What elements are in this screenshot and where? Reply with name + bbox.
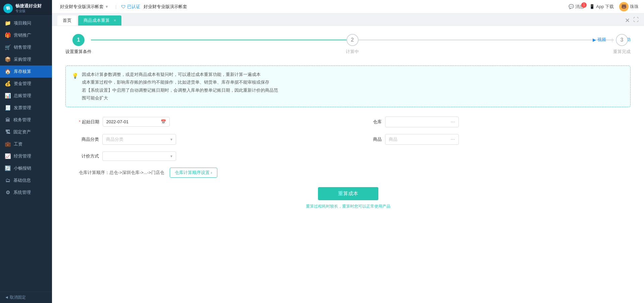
- category-select[interactable]: 商品分类 ▾: [102, 134, 176, 145]
- warehouse-input[interactable]: ···: [385, 117, 459, 127]
- warehouse-order-settings-button[interactable]: 仓库计算顺序设置 ›: [170, 168, 217, 178]
- category-field: 商品分类 商品分类 ▾: [79, 134, 335, 145]
- tab-close-icon[interactable]: ×: [114, 18, 116, 23]
- purchase-icon: 📦: [5, 56, 11, 62]
- app-download-button[interactable]: 📱 App 下载: [589, 4, 614, 10]
- sidebar-header: 畅 畅捷通好业财 专业版: [0, 0, 52, 16]
- pricing-label: 计价方式: [79, 153, 99, 159]
- sidebar-item-label-accounting: 总账管理: [14, 93, 31, 99]
- step-3: 3 重算完成: [613, 34, 631, 55]
- salary-icon: 💼: [5, 141, 11, 147]
- form-row-3: 计价方式 ▾: [79, 152, 617, 161]
- sidebar-item-label-sales: 销售管理: [14, 44, 31, 50]
- app-download-label: App 下载: [596, 4, 614, 10]
- goods-input[interactable]: 商品 ···: [385, 134, 459, 145]
- tab-recalc[interactable]: 商品成本重算 ×: [78, 15, 121, 26]
- sidebar-item-assets[interactable]: 🏗固定资产: [0, 126, 52, 138]
- sidebar-item-label-assets: 固定资产: [13, 129, 31, 135]
- sidebar-item-label-operation: 经营管理: [14, 153, 31, 159]
- sidebar-item-purchase[interactable]: 📦采购管理: [0, 53, 52, 66]
- start-date-label: 起始日期: [79, 119, 99, 125]
- system-icon: ⚙: [5, 189, 11, 196]
- category-placeholder: 商品分类: [106, 136, 123, 142]
- step-line-2: [358, 40, 614, 40]
- window-close-button[interactable]: ✕: [625, 17, 630, 24]
- message-badge: 1: [581, 2, 587, 8]
- verified-text: 已认证: [127, 4, 140, 10]
- recalc-section: 重算成本 重算过程耗时较长，重算时您可以正常使用产品: [65, 187, 631, 209]
- sidebar-item-label-salary: 工资: [14, 141, 22, 147]
- info-line-2: 成本重算过程中，影响库存账的操作均不能操作，比如进货单、销货单、库存单据不能审核…: [82, 78, 278, 86]
- info-line-1: 因成本计算参数调整，或是对商品成本有疑问时，可以通过成本重算功能，重新计算一遍成…: [82, 71, 278, 78]
- sidebar-item-label-project: 项目顾问: [14, 20, 31, 26]
- form-section: 起始日期 2022-07-01 📅 仓库 ···: [65, 117, 631, 178]
- sidebar-item-operation[interactable]: 📈经营管理: [0, 150, 52, 162]
- verified-badge-area: 🛡 已认证: [121, 4, 140, 10]
- form-row-1: 起始日期 2022-07-01 📅 仓库 ···: [79, 117, 617, 127]
- operation-icon: 📈: [5, 153, 11, 159]
- goods-field: 商品 商品 ···: [362, 134, 618, 145]
- calendar-icon[interactable]: 📅: [161, 119, 166, 124]
- goods-placeholder: 商品: [389, 136, 397, 142]
- account-selector-text: 好业财专业版演示帐套: [60, 4, 104, 10]
- warehouse-label: 仓库: [362, 119, 382, 125]
- sidebar-item-invoice[interactable]: 🧾发票管理: [0, 102, 52, 114]
- topbar-account-name: 好业财专业版演示帐套: [144, 4, 187, 10]
- video-link[interactable]: ▶ 视频: [593, 37, 606, 43]
- sidebar-footer-toggle[interactable]: ◄ 取消固定: [0, 292, 52, 303]
- page-content: 1 设置重算条件 2 计算中 3 重算完成 ▶ 视频 | ?: [52, 26, 644, 303]
- info-line-3: 若【系统设置】中启用了自动调整记账日期时，会调整入库单的整单记账日期，因此重新计…: [82, 86, 278, 94]
- basic-icon: 🗂: [5, 177, 11, 183]
- pricing-field: 计价方式 ▾: [79, 152, 617, 161]
- goods-label: 商品: [362, 136, 382, 142]
- sidebar-item-accounting[interactable]: 📊总账管理: [0, 90, 52, 102]
- step-3-label: 重算完成: [613, 49, 631, 55]
- sidebar: 畅 畅捷通好业财 专业版 📁项目顾问🎁营销推广🛒销售管理📦采购管理🏠库存核算💰资…: [0, 0, 52, 303]
- sidebar-item-salary[interactable]: 💼工资: [0, 138, 52, 150]
- category-label: 商品分类: [79, 136, 99, 142]
- start-date-input[interactable]: 2022-07-01 📅: [103, 117, 170, 127]
- capital-icon: 💰: [5, 81, 11, 87]
- sidebar-item-basic[interactable]: 🗂基础信息: [0, 174, 52, 186]
- invoice-icon: 🧾: [5, 105, 11, 111]
- project-icon: 📁: [5, 20, 11, 26]
- sidebar-item-marketing[interactable]: 🎁营销推广: [0, 29, 52, 41]
- window-maximize-button[interactable]: ⛶: [633, 17, 639, 24]
- pricing-select[interactable]: ▾: [102, 152, 176, 161]
- sidebar-item-system[interactable]: ⚙系统管理: [0, 186, 52, 199]
- chevron-down-icon-category: ▾: [170, 137, 172, 142]
- app-title: 畅捷通好业财: [15, 3, 42, 9]
- sidebar-item-label-expense: 小畅报销: [14, 165, 31, 171]
- sidebar-item-project[interactable]: 📁项目顾问: [0, 17, 52, 29]
- sidebar-item-inventory[interactable]: 🏠库存核算: [0, 66, 52, 78]
- chevron-down-icon: ▾: [106, 4, 108, 9]
- main-content: 好业财专业版演示帐套 ▾ | 🛡 已认证 好业财专业版演示帐套 💬 消息 1 📱…: [52, 0, 644, 303]
- stepper: 1 设置重算条件 2 计算中 3 重算完成 ▶ 视频 | ?: [65, 34, 631, 55]
- step-2-label: 计算中: [346, 49, 359, 55]
- sidebar-item-sales[interactable]: 🛒销售管理: [0, 41, 52, 53]
- user-avatar-area[interactable]: 🐻 珠珠: [619, 2, 639, 11]
- sidebar-item-label-inventory: 库存核算: [14, 69, 31, 75]
- message-icon: 💬: [569, 4, 574, 9]
- recalc-button[interactable]: 重算成本: [318, 187, 378, 200]
- sidebar-item-expense[interactable]: 🔄小畅报销: [0, 162, 52, 174]
- app-logo-icon: 畅: [3, 4, 13, 13]
- account-selector[interactable]: 好业财专业版演示帐套 ▾: [57, 2, 111, 11]
- more-icon-goods[interactable]: ···: [450, 136, 455, 142]
- messages-button[interactable]: 💬 消息 1: [569, 4, 584, 10]
- topbar: 好业财专业版演示帐套 ▾ | 🛡 已认证 好业财专业版演示帐套 💬 消息 1 📱…: [52, 0, 644, 13]
- step-2-circle: 2: [346, 34, 359, 46]
- start-date-value: 2022-07-01: [106, 119, 129, 124]
- sidebar-item-tax[interactable]: 🏛税务管理: [0, 114, 52, 126]
- info-box: 💡 因成本计算参数调整，或是对商品成本有疑问时，可以通过成本重算功能，重新计算一…: [65, 66, 631, 107]
- topbar-divider: |: [115, 4, 116, 9]
- assets-icon: 🏗: [5, 129, 11, 135]
- tab-home-label: 首页: [63, 18, 71, 23]
- step-2: 2 计算中: [346, 34, 359, 55]
- recalc-hint: 重算过程耗时较长，重算时您可以正常使用产品: [65, 204, 631, 209]
- step-1: 1 设置重算条件: [65, 34, 92, 55]
- tab-home[interactable]: 首页: [57, 15, 77, 26]
- tab-recalc-label: 商品成本重算: [84, 17, 110, 24]
- sidebar-item-capital[interactable]: 💰资金管理: [0, 78, 52, 90]
- more-icon-warehouse[interactable]: ···: [450, 119, 455, 125]
